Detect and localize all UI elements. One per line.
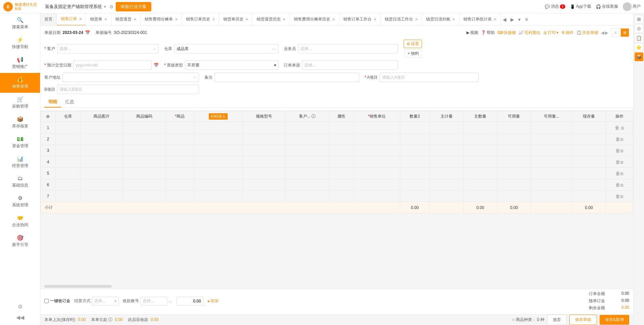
row-1-unit[interactable] bbox=[354, 122, 400, 133]
row-5-copy-btn[interactable]: ⊞ bbox=[620, 171, 623, 176]
sidebar-item-sales[interactable]: 💰 销售管理 bbox=[0, 73, 40, 93]
sales-invoice-tab-close[interactable]: ✕ bbox=[104, 17, 107, 21]
shortcut-btn[interactable]: ⌨ 快捷键 bbox=[497, 30, 516, 36]
tab-daily-reconcile[interactable]: 钱货日清对账 ✕ bbox=[422, 13, 459, 26]
order-workbench-tab-close[interactable]: ✕ bbox=[374, 17, 376, 21]
expense-split-history-tab-close[interactable]: ✕ bbox=[332, 17, 335, 21]
sidebar-item-nav[interactable]: ⚡ 快捷导航 bbox=[0, 33, 40, 53]
addr-more-icon[interactable]: ··· bbox=[193, 75, 197, 80]
tab-order-history[interactable]: 销售订单历史 ✕ bbox=[182, 13, 219, 26]
returns-history-tab-close[interactable]: ✕ bbox=[283, 17, 286, 21]
order-source-select[interactable]: 选择... bbox=[302, 60, 398, 70]
one-click-checkbox-input[interactable] bbox=[44, 299, 49, 303]
delivery-date-input[interactable] bbox=[73, 60, 152, 70]
row-1-main-qty[interactable] bbox=[463, 122, 497, 133]
next-record-btn[interactable]: ▶ bbox=[605, 30, 608, 35]
row-1-code[interactable] bbox=[123, 122, 166, 133]
sidebar-item-guide[interactable]: 🎯 新手引导 bbox=[0, 231, 40, 251]
tab-order-stats[interactable]: 销售订单统计表 ✕ bbox=[459, 13, 501, 26]
sidebar-item-system[interactable]: ⚙ 系统管理 bbox=[0, 192, 40, 211]
sidebar-item-enterprise[interactable]: 🤝 企业协同 bbox=[0, 211, 40, 231]
tabs-next-btn[interactable]: ▶ bbox=[508, 13, 516, 26]
row-1-spec[interactable] bbox=[242, 122, 285, 133]
settings-icon[interactable]: ⚙ bbox=[109, 4, 114, 9]
sidebar-collapse-icon[interactable]: ◀◀ bbox=[16, 313, 25, 322]
tab-returns[interactable]: 销货退货 ✕ bbox=[111, 13, 141, 26]
daily-clear-tab-close[interactable]: ✕ bbox=[415, 17, 418, 21]
row-1-customer-code[interactable] bbox=[285, 122, 329, 133]
payment-dropdown-icon[interactable]: ▾ bbox=[114, 299, 116, 303]
returns-tab-close[interactable]: ✕ bbox=[134, 17, 136, 21]
customer-select[interactable]: 选择... ··· bbox=[57, 44, 159, 53]
discard-button[interactable]: 放弃 bbox=[547, 315, 567, 325]
row-6-delete-btn[interactable]: 🗑 bbox=[615, 182, 620, 188]
row-1-copy-btn[interactable]: ⊞ bbox=[621, 126, 624, 130]
tab-daily-clear[interactable]: 钱货日清工作台 ✕ bbox=[381, 13, 422, 26]
app-download-item[interactable]: 📱 App下载 bbox=[570, 4, 591, 9]
b-project-input[interactable] bbox=[57, 85, 199, 94]
invoice-type-select[interactable]: 不开票 ▾ bbox=[185, 60, 278, 70]
detail-tab-mingxi[interactable]: 明细 bbox=[44, 97, 61, 108]
tabs-expand-btn[interactable]: ▾ bbox=[516, 13, 523, 26]
row-1-current[interactable] bbox=[572, 122, 606, 133]
settlement-amount[interactable] bbox=[177, 297, 203, 306]
tab-invoice-history[interactable]: 销货单历史 ✕ bbox=[219, 13, 253, 26]
invoice-history-tab-close[interactable]: ✕ bbox=[245, 17, 248, 21]
sidebar-item-management[interactable]: 📊 经营管理 bbox=[0, 152, 40, 172]
scrollbar-track[interactable] bbox=[40, 284, 633, 289]
view-list-btn[interactable]: ≡ bbox=[611, 29, 619, 37]
row-4-delete-btn[interactable]: 🗑 bbox=[615, 159, 620, 165]
order-stats-tab-close[interactable]: ✕ bbox=[494, 17, 496, 21]
solution-button[interactable]: 体验行业方案 bbox=[116, 2, 151, 11]
tab-home[interactable]: 首页 bbox=[40, 13, 57, 26]
tab-order-workbench[interactable]: 销售订单工作台 ✕ bbox=[339, 13, 381, 26]
tab-expense-split[interactable]: 销售费用分摊单 ✕ bbox=[141, 13, 182, 26]
row-5-delete-btn[interactable]: 🗑 bbox=[615, 171, 620, 176]
sidebar-item-marketing[interactable]: 📢 营销推广 bbox=[0, 53, 40, 73]
customer-addr-input[interactable]: ··· bbox=[63, 73, 199, 82]
save-new-button[interactable]: 保存&新增 bbox=[600, 315, 629, 325]
operation-btn[interactable]: ⚙ 操作 bbox=[561, 30, 574, 36]
sales-order-tab-close[interactable]: ✕ bbox=[79, 17, 82, 21]
right-btn-5[interactable]: 📦 bbox=[635, 52, 643, 61]
order-history-tab-close[interactable]: ✕ bbox=[212, 17, 215, 21]
daily-reconcile-tab-close[interactable]: ✕ bbox=[452, 17, 455, 21]
save-draft-button[interactable]: 保存草稿 bbox=[569, 315, 597, 325]
row-7-copy-btn[interactable]: ⊞ bbox=[620, 194, 623, 199]
sidebar-item-basic-info[interactable]: 🗂 基础信息 bbox=[0, 172, 40, 192]
prev-record-btn[interactable]: ◀ bbox=[601, 30, 604, 35]
row-1-product[interactable] bbox=[166, 122, 194, 133]
row-2-copy-btn[interactable]: ⊞ bbox=[620, 137, 623, 142]
row-1-attr[interactable] bbox=[329, 122, 354, 133]
row-4-copy-btn[interactable]: ⊞ bbox=[620, 160, 623, 165]
customer-more-icon[interactable]: ··· bbox=[152, 46, 156, 51]
right-btn-2[interactable]: ⊙ bbox=[635, 24, 643, 33]
row-3-copy-btn[interactable]: ⊞ bbox=[620, 149, 623, 153]
expense-split-tab-close[interactable]: ✕ bbox=[175, 17, 178, 21]
row-2-delete-btn[interactable]: 🗑 bbox=[615, 136, 620, 142]
a-project-input[interactable] bbox=[380, 73, 479, 82]
row-1-main-unit[interactable] bbox=[430, 122, 463, 133]
account-select[interactable]: 选择... bbox=[140, 297, 167, 306]
scan-button[interactable]: 扫码录入 bbox=[209, 113, 228, 120]
row-1-available2[interactable] bbox=[531, 122, 572, 133]
tabs-close-btn[interactable]: ✕ bbox=[523, 13, 531, 26]
print-dropdown-icon[interactable]: ▾ bbox=[557, 30, 559, 35]
sidebar-item-finance[interactable]: 💵 资金管理 bbox=[0, 132, 40, 152]
history-btn[interactable]: 📋 历史单据 bbox=[576, 30, 598, 36]
col-settings[interactable]: ⚙ bbox=[41, 111, 56, 122]
tab-sales-invoice[interactable]: 销货单 ✕ bbox=[86, 13, 111, 26]
system-name-dropdown-icon[interactable]: ▾ bbox=[104, 4, 106, 9]
settings-button[interactable]: ⚙ 设置 bbox=[404, 40, 422, 48]
sidebar-item-purchase[interactable]: 🛒 采购管理 bbox=[0, 93, 40, 113]
right-btn-4[interactable]: ⭐ bbox=[635, 43, 643, 52]
warehouse-more-icon[interactable]: ··· bbox=[272, 46, 276, 51]
sidebar-item-inventory[interactable]: 📦 库存核算 bbox=[0, 113, 40, 132]
row-7-delete-btn[interactable]: 🗑 bbox=[615, 194, 620, 199]
tab-returns-history[interactable]: 销货退货历史 ✕ bbox=[253, 13, 290, 26]
remark-input[interactable] bbox=[215, 73, 359, 82]
right-btn-1[interactable]: ⊞ bbox=[635, 15, 643, 24]
tabs-prev-btn[interactable]: ◀ bbox=[501, 13, 508, 26]
tab-sales-order[interactable]: 销售订单 ✕ bbox=[57, 13, 86, 26]
right-btn-3[interactable]: 📋 bbox=[635, 34, 643, 42]
